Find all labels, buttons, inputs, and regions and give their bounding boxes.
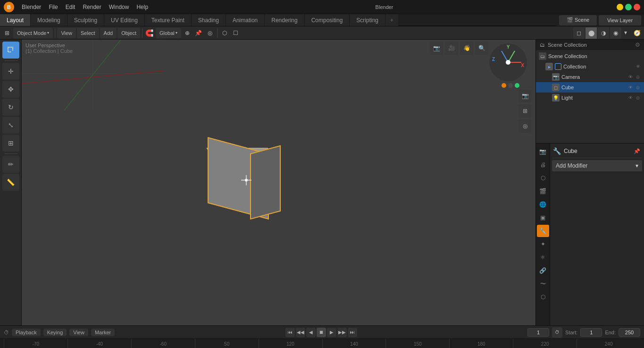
step-back-btn[interactable]: ◀ bbox=[306, 328, 316, 337]
viewport-cameras-icon[interactable]: 📷 bbox=[430, 42, 443, 55]
transform-tool[interactable]: ⊞ bbox=[2, 135, 19, 152]
menu-edit[interactable]: Edit bbox=[62, 3, 79, 11]
keying-menu[interactable]: Keying bbox=[43, 329, 67, 336]
cursor-tool[interactable]: ✛ bbox=[2, 63, 19, 80]
select-menu[interactable]: Select bbox=[77, 28, 99, 38]
prop-render-tab[interactable]: 📷 bbox=[537, 145, 549, 158]
prop-scene-tab[interactable]: 🎬 bbox=[537, 185, 549, 197]
view-menu[interactable]: View bbox=[69, 329, 88, 336]
snap-to-icon[interactable]: 🧲 bbox=[144, 28, 155, 38]
gizmo-y-axis[interactable]: Y bbox=[507, 44, 510, 50]
prop-object-tab[interactable]: ▣ bbox=[537, 212, 549, 224]
tab-layout[interactable]: Layout bbox=[0, 14, 31, 26]
gizmo-z-axis[interactable]: Z bbox=[492, 57, 495, 62]
viewport-type-icon[interactable]: ⊞ bbox=[2, 28, 12, 38]
outliner-row-collection[interactable]: ▸ Collection 👁 bbox=[536, 61, 644, 72]
view-menu[interactable]: View bbox=[57, 28, 76, 38]
cube-vis-eye[interactable]: 👁 bbox=[627, 84, 634, 91]
props-pin-icon[interactable]: 📌 bbox=[634, 148, 640, 154]
tab-animation[interactable]: Animation bbox=[226, 14, 265, 26]
prop-material-tab[interactable]: ⬡ bbox=[537, 291, 549, 303]
step-fwd-btn[interactable]: ▶▶ bbox=[337, 328, 347, 337]
minimize-button[interactable] bbox=[617, 4, 623, 10]
tab-sculpting[interactable]: Sculpting bbox=[67, 14, 104, 26]
scenes-dropdown[interactable]: 🎬 Scene bbox=[559, 15, 597, 25]
navigation-gizmo[interactable]: X Y Z bbox=[489, 43, 532, 86]
menu-window[interactable]: Window bbox=[105, 3, 133, 11]
current-frame-input[interactable] bbox=[527, 328, 549, 337]
gizmo-x-axis[interactable]: X bbox=[521, 63, 524, 68]
gizmo-toggle[interactable]: 🧭 bbox=[632, 28, 642, 38]
prop-physics-tab[interactable]: ⚛ bbox=[537, 251, 549, 263]
lock-x-dot[interactable] bbox=[502, 83, 506, 88]
viewport-pan-icon[interactable]: 👋 bbox=[460, 42, 473, 55]
collection-checkbox[interactable] bbox=[555, 63, 561, 70]
gizmo-circle[interactable]: X Y Z bbox=[489, 43, 527, 81]
prev-keyframe-btn[interactable]: ◀◀ bbox=[296, 328, 305, 337]
stop-btn[interactable]: ⏹ bbox=[317, 328, 326, 337]
cube-vis-render[interactable]: ◎ bbox=[635, 84, 641, 91]
render-shading[interactable]: ◉ bbox=[610, 27, 621, 39]
rotate-tool[interactable]: ↻ bbox=[2, 99, 19, 116]
prop-data-tab[interactable]: 〜 bbox=[537, 278, 549, 290]
pivot-point-icon[interactable]: ⊕ bbox=[182, 28, 192, 38]
start-frame-input[interactable] bbox=[580, 328, 602, 337]
outliner-filter-icon[interactable]: ⚙ bbox=[635, 42, 640, 48]
timeline-type-icon[interactable]: ⏱ bbox=[4, 330, 9, 335]
camera-view-btn[interactable]: 📷 bbox=[519, 89, 532, 102]
prop-particles-tab[interactable]: ✦ bbox=[537, 238, 549, 250]
tab-compositing[interactable]: Compositing bbox=[305, 14, 350, 26]
marker-menu[interactable]: Marker bbox=[91, 329, 115, 336]
prop-modifier-tab[interactable]: 🔧 bbox=[537, 225, 549, 237]
add-modifier-button[interactable]: Add Modifier ▾ bbox=[552, 160, 642, 171]
lock-y-dot[interactable] bbox=[508, 83, 513, 88]
object-menu[interactable]: Object bbox=[117, 28, 140, 38]
cube-object[interactable] bbox=[208, 136, 288, 230]
menu-render[interactable]: Render bbox=[79, 3, 105, 11]
tab-shading[interactable]: Shading bbox=[192, 14, 226, 26]
object-mode-dropdown[interactable]: Object Mode ▾ bbox=[13, 28, 53, 38]
transform-orientation[interactable]: Global ▾ bbox=[156, 28, 181, 38]
tab-modeling[interactable]: Modeling bbox=[31, 14, 67, 26]
scale-tool[interactable]: ⤡ bbox=[2, 117, 19, 134]
prop-output-tab[interactable]: 🖨 bbox=[537, 159, 549, 171]
playback-menu[interactable]: Playback bbox=[12, 329, 41, 336]
prop-constraints-tab[interactable]: 🔗 bbox=[537, 264, 549, 277]
close-button[interactable] bbox=[634, 4, 640, 10]
outliner-row-camera[interactable]: 📷 Camera 👁 ◎ bbox=[536, 72, 644, 82]
menu-blender[interactable]: Blender bbox=[18, 3, 45, 11]
view-layer-dropdown[interactable]: View Layer bbox=[599, 15, 641, 25]
perspective-ortho-btn[interactable]: ⊞ bbox=[519, 104, 532, 118]
outliner-row-light[interactable]: 💡 Light 👁 ◎ bbox=[536, 93, 644, 103]
tab-add-button[interactable]: + bbox=[385, 14, 398, 26]
shading-options[interactable]: ▾ bbox=[622, 27, 629, 38]
maximize-button[interactable] bbox=[625, 4, 632, 10]
measure-tool[interactable]: 📏 bbox=[2, 174, 19, 191]
end-frame-input[interactable] bbox=[619, 328, 640, 337]
add-menu[interactable]: Add bbox=[100, 28, 117, 38]
material-shading[interactable]: ◑ bbox=[598, 27, 609, 39]
prop-viewlayer-tab[interactable]: ⬡ bbox=[537, 172, 549, 184]
annotate-tool[interactable]: ✏ bbox=[2, 156, 19, 173]
solid-shading[interactable]: ⬤ bbox=[585, 27, 597, 39]
move-tool[interactable]: ✥ bbox=[2, 81, 19, 98]
overlay-toggle[interactable]: ⬡ bbox=[219, 28, 230, 38]
light-vis-render[interactable]: ◎ bbox=[635, 94, 641, 101]
xray-toggle[interactable]: ☐ bbox=[231, 28, 241, 38]
proportional-edit-icon[interactable]: ◎ bbox=[205, 28, 215, 38]
play-btn[interactable]: ▶ bbox=[327, 328, 336, 337]
outliner-row-cube[interactable]: ◻ Cube 👁 ◎ bbox=[536, 82, 644, 93]
timeline-track[interactable]: -70 -40 -60 50 120 140 150 180 220 240 bbox=[0, 339, 644, 348]
lock-z-dot[interactable] bbox=[515, 83, 519, 88]
menu-file[interactable]: File bbox=[45, 3, 61, 11]
snap-icon[interactable]: 📌 bbox=[193, 28, 204, 38]
tab-rendering[interactable]: Rendering bbox=[265, 14, 304, 26]
tab-texture-paint[interactable]: Texture Paint bbox=[145, 14, 192, 26]
viewport-zoom-icon[interactable]: 🔍 bbox=[475, 42, 488, 55]
tab-uv-editing[interactable]: UV Editing bbox=[104, 14, 145, 26]
viewport-render-icon[interactable]: 🎥 bbox=[445, 42, 458, 55]
viewport-3d[interactable]: User Perspective (1) Collection | Cube 📷… bbox=[22, 40, 535, 325]
collection-vis-eye[interactable]: 👁 bbox=[635, 63, 641, 70]
wireframe-shading[interactable]: ◻ bbox=[573, 27, 585, 39]
camera-vis-render[interactable]: ◎ bbox=[635, 74, 641, 80]
